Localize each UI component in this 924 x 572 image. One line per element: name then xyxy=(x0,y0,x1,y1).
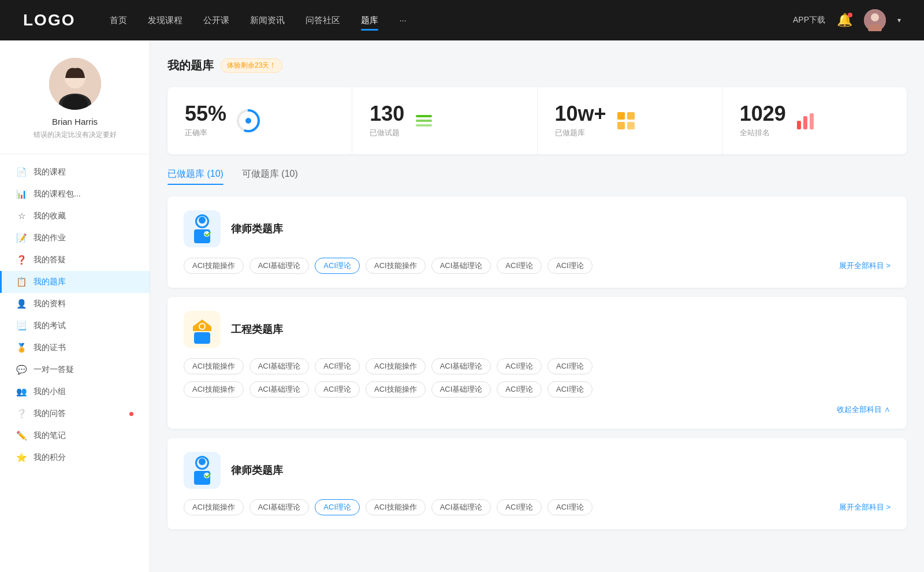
sidebar-item-7[interactable]: 📃 我的考试 xyxy=(0,315,150,337)
bank-tag-2-0-5[interactable]: ACI理论 xyxy=(497,499,542,515)
svg-point-9 xyxy=(245,118,251,124)
stat-icon-0 xyxy=(236,108,261,133)
stat-label-1: 已做试题 xyxy=(370,128,404,138)
svg-point-1 xyxy=(871,13,879,21)
bank-tag-0-0-3[interactable]: ACI技能操作 xyxy=(366,258,426,274)
bank-tag-2-0-3[interactable]: ACI技能操作 xyxy=(366,499,426,515)
bank-tag-0-0-4[interactable]: ACI基础理论 xyxy=(431,258,491,274)
sidebar-item-3[interactable]: 📝 我的作业 xyxy=(0,227,150,249)
bank-tag-2-0-1[interactable]: ACI基础理论 xyxy=(249,499,310,515)
sidebar-label-10: 我的小组 xyxy=(33,387,133,397)
svg-point-22 xyxy=(199,217,206,224)
stat-icon-3 xyxy=(795,110,816,131)
stat-label-2: 已做题库 xyxy=(555,128,606,138)
main-content: 我的题库 体验剩余23天！ 55% 正确率 130 已做试题 10w+ 已做题库 xyxy=(150,40,924,572)
nav-link-新闻资讯[interactable]: 新闻资讯 xyxy=(250,15,285,26)
bank-tag-1-1-2[interactable]: ACI理论 xyxy=(315,381,360,398)
bank-tag-1-0-0[interactable]: ACI技能操作 xyxy=(184,358,244,374)
bank-tag-2-0-6[interactable]: ACI理论 xyxy=(547,499,593,515)
sidebar-label-5: 我的题库 xyxy=(33,277,133,287)
bank-tag-2-0-2[interactable]: ACI理论 xyxy=(315,499,360,515)
sidebar-item-10[interactable]: 👥 我的小组 xyxy=(0,381,150,403)
nav-right: APP下载 🔔 ▾ xyxy=(793,9,901,31)
bank-tags-row-1-1: ACI技能操作ACI基础理论ACI理论ACI技能操作ACI基础理论ACI理论AC… xyxy=(184,381,891,398)
sidebar-icon-8: 🏅 xyxy=(16,343,27,353)
sidebar-item-2[interactable]: ☆ 我的收藏 xyxy=(0,205,150,227)
sidebar-label-11: 我的问答 xyxy=(33,408,127,419)
stat-value-3: 1029 xyxy=(740,103,786,124)
stat-text-0: 55% 正确率 xyxy=(185,103,226,138)
bank-tag-1-1-1[interactable]: ACI基础理论 xyxy=(249,381,310,398)
sidebar-label-6: 我的资料 xyxy=(33,299,133,309)
sidebar-item-4[interactable]: ❓ 我的答疑 xyxy=(0,249,150,271)
sidebar-item-8[interactable]: 🏅 我的证书 xyxy=(0,337,150,359)
sidebar-item-1[interactable]: 📊 我的课程包... xyxy=(0,183,150,205)
bank-tag-1-1-5[interactable]: ACI理论 xyxy=(497,381,542,398)
bank-expand-0[interactable]: 展开全部科目 > xyxy=(839,261,891,271)
bank-tags-0: ACI技能操作ACI基础理论ACI理论ACI技能操作ACI基础理论ACI理论AC… xyxy=(184,258,891,274)
sidebar-icon-10: 👥 xyxy=(16,387,27,397)
sidebar-icon-5: 📋 xyxy=(16,277,27,287)
bank-tag-1-0-1[interactable]: ACI基础理论 xyxy=(249,358,310,374)
nav-link-题库[interactable]: 题库 xyxy=(361,15,378,26)
sidebar-label-4: 我的答疑 xyxy=(33,255,133,265)
bank-expand-2[interactable]: 展开全部科目 > xyxy=(839,502,891,512)
bank-tag-0-0-6[interactable]: ACI理论 xyxy=(547,258,593,274)
trial-badge: 体验剩余23天！ xyxy=(221,58,282,73)
bank-tag-2-0-0[interactable]: ACI技能操作 xyxy=(184,499,244,515)
layout: Brian Harris 错误的决定比没有决定要好 📄 我的课程 📊 我的课程包… xyxy=(0,40,924,572)
nav-link-发现课程[interactable]: 发现课程 xyxy=(148,15,182,26)
bank-tag-0-0-0[interactable]: ACI技能操作 xyxy=(184,258,244,274)
sidebar-item-5[interactable]: 📋 我的题库 xyxy=(0,271,150,293)
sidebar-item-12[interactable]: ✏️ 我的笔记 xyxy=(0,425,150,447)
stat-label-3: 全站排名 xyxy=(740,128,786,138)
svg-rect-13 xyxy=(617,112,625,120)
bank-collapse-1[interactable]: 收起全部科目 ∧ xyxy=(184,404,891,415)
avatar[interactable] xyxy=(864,9,886,31)
stat-value-2: 10w+ xyxy=(555,103,606,124)
stat-item-1: 130 已做试题 xyxy=(352,87,537,154)
sidebar-icon-1: 📊 xyxy=(16,189,27,199)
bank-tag-1-1-4[interactable]: ACI基础理论 xyxy=(431,381,491,398)
stat-text-3: 1029 全站排名 xyxy=(740,103,786,138)
sidebar-icon-0: 📄 xyxy=(16,167,27,177)
bell-button[interactable]: 🔔 xyxy=(837,13,852,28)
sidebar-item-6[interactable]: 👤 我的资料 xyxy=(0,293,150,315)
bank-tag-1-0-5[interactable]: ACI理论 xyxy=(497,358,542,374)
sidebar-item-13[interactable]: ⭐ 我的积分 xyxy=(0,447,150,469)
nav-link-公开课[interactable]: 公开课 xyxy=(203,15,229,26)
app-download-button[interactable]: APP下载 xyxy=(793,15,825,25)
bank-tag-0-0-1[interactable]: ACI基础理论 xyxy=(249,258,310,274)
bank-tag-1-1-6[interactable]: ACI理论 xyxy=(547,381,593,398)
sidebar-menu: 📄 我的课程 📊 我的课程包... ☆ 我的收藏 📝 我的作业 ❓ 我的答疑 📋… xyxy=(0,154,150,476)
svg-rect-18 xyxy=(803,116,807,129)
bank-tag-1-0-3[interactable]: ACI技能操作 xyxy=(366,358,426,374)
bank-tag-1-1-0[interactable]: ACI技能操作 xyxy=(184,381,244,398)
svg-rect-19 xyxy=(810,113,814,129)
svg-rect-17 xyxy=(797,121,801,129)
bank-tag-2-0-4[interactable]: ACI基础理论 xyxy=(431,499,491,515)
bank-list: 律师类题库 ACI技能操作ACI基础理论ACI理论ACI技能操作ACI基础理论A… xyxy=(167,196,907,529)
nav-link-首页[interactable]: 首页 xyxy=(110,15,127,26)
bank-tag-1-0-4[interactable]: ACI基础理论 xyxy=(431,358,491,374)
tab-0[interactable]: 已做题库 (10) xyxy=(167,168,223,185)
bank-tag-1-0-2[interactable]: ACI理论 xyxy=(315,358,360,374)
bank-title-2: 律师类题库 xyxy=(231,463,283,477)
nav-link-问答社区[interactable]: 问答社区 xyxy=(305,15,340,26)
avatar-dropdown-chevron[interactable]: ▾ xyxy=(897,16,901,24)
bank-tag-0-0-2[interactable]: ACI理论 xyxy=(315,258,360,274)
bank-tag-0-0-5[interactable]: ACI理论 xyxy=(497,258,542,274)
stats-bar: 55% 正确率 130 已做试题 10w+ 已做题库 1029 全站排名 xyxy=(167,87,907,154)
tab-1[interactable]: 可做题库 (10) xyxy=(242,168,298,185)
bank-card-header-0: 律师类题库 xyxy=(184,210,891,247)
stat-item-3: 1029 全站排名 xyxy=(722,87,907,154)
sidebar-item-0[interactable]: 📄 我的课程 xyxy=(0,161,150,183)
svg-rect-10 xyxy=(416,115,432,117)
bank-tag-1-1-3[interactable]: ACI技能操作 xyxy=(366,381,426,398)
nav-link-···[interactable]: ··· xyxy=(399,15,407,26)
sidebar-item-9[interactable]: 💬 一对一答疑 xyxy=(0,359,150,381)
bank-tag-1-0-6[interactable]: ACI理论 xyxy=(547,358,593,374)
sidebar-item-11[interactable]: ❔ 我的问答 xyxy=(0,403,150,425)
navbar: LOGO 首页发现课程公开课新闻资讯问答社区题库··· APP下载 🔔 ▾ xyxy=(0,0,924,40)
svg-point-31 xyxy=(199,458,206,465)
